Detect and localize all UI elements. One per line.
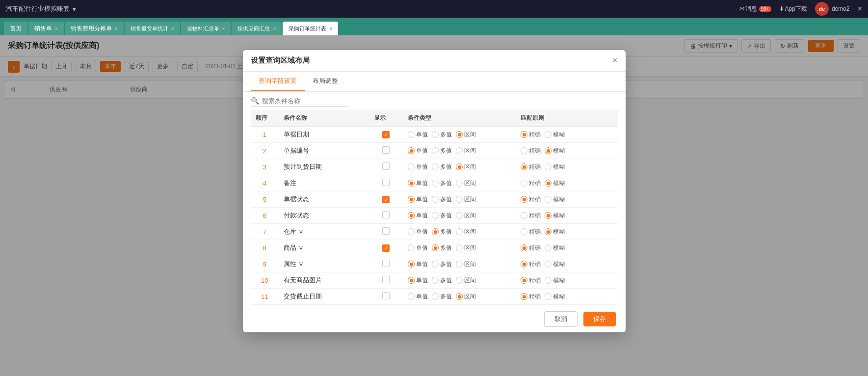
user-area[interactable]: de demo2 bbox=[815, 2, 850, 16]
type-radio-单值[interactable]: 单值 bbox=[408, 293, 428, 301]
cell-show[interactable] bbox=[369, 289, 403, 305]
type-radio-多值[interactable]: 多值 bbox=[432, 228, 452, 236]
match-radio-精确[interactable]: 精确 bbox=[521, 163, 541, 171]
cell-show[interactable]: ✓ bbox=[369, 191, 403, 208]
tab-material-summary-close[interactable]: × bbox=[222, 26, 225, 31]
type-radio-区间[interactable]: 区间 bbox=[456, 163, 476, 171]
show-checkbox[interactable] bbox=[382, 227, 390, 235]
show-checkbox[interactable] bbox=[382, 162, 390, 170]
close-app-button[interactable]: × bbox=[858, 4, 862, 13]
match-radio-精确[interactable]: 精确 bbox=[521, 276, 541, 285]
tab-material-summary[interactable]: 按物料汇总单 × bbox=[181, 22, 231, 35]
modal-tab-layout[interactable]: 布局调整 bbox=[305, 72, 346, 91]
type-radio-多值[interactable]: 多值 bbox=[432, 131, 452, 139]
type-radio-多值[interactable]: 多值 bbox=[432, 276, 452, 285]
cell-show[interactable]: ✓ bbox=[369, 240, 403, 256]
match-radio-精确[interactable]: 精确 bbox=[521, 179, 541, 188]
save-button[interactable]: 保存 bbox=[583, 312, 616, 326]
cancel-button[interactable]: 取消 bbox=[544, 311, 578, 327]
type-radio-区间[interactable]: 区间 bbox=[456, 147, 476, 155]
type-radio-多值[interactable]: 多值 bbox=[432, 293, 452, 301]
dropdown-icon[interactable]: ▾ bbox=[73, 5, 76, 13]
tab-purchase-order-close[interactable]: × bbox=[329, 26, 332, 31]
type-radio-区间[interactable]: 区间 bbox=[456, 195, 476, 204]
match-radio-精确[interactable]: 精确 bbox=[521, 228, 541, 236]
type-radio-单值[interactable]: 单值 bbox=[408, 212, 428, 220]
match-radio-模糊[interactable]: 模糊 bbox=[545, 195, 565, 204]
tab-sales-order[interactable]: 销售单 × bbox=[28, 22, 64, 35]
type-radio-区间[interactable]: 区间 bbox=[456, 179, 476, 188]
type-radio-单值[interactable]: 单值 bbox=[408, 131, 428, 139]
type-radio-区间[interactable]: 区间 bbox=[456, 212, 476, 220]
match-radio-模糊[interactable]: 模糊 bbox=[545, 276, 565, 285]
type-radio-单值[interactable]: 单值 bbox=[408, 244, 428, 252]
show-checkbox[interactable]: ✓ bbox=[382, 131, 390, 138]
match-radio-模糊[interactable]: 模糊 bbox=[545, 228, 565, 236]
type-radio-多值[interactable]: 多值 bbox=[432, 244, 452, 252]
show-checkbox[interactable] bbox=[382, 292, 390, 299]
type-radio-多值[interactable]: 多值 bbox=[432, 195, 452, 204]
match-radio-模糊[interactable]: 模糊 bbox=[545, 179, 565, 188]
match-radio-模糊[interactable]: 模糊 bbox=[545, 147, 565, 155]
show-checkbox[interactable] bbox=[382, 211, 390, 218]
tab-sales-order-close[interactable]: × bbox=[55, 26, 58, 31]
type-radio-单值[interactable]: 单值 bbox=[408, 179, 428, 188]
match-radio-精确[interactable]: 精确 bbox=[521, 131, 541, 139]
type-radio-单值[interactable]: 单值 bbox=[408, 147, 428, 155]
show-checkbox[interactable] bbox=[382, 260, 390, 267]
cell-show[interactable] bbox=[369, 272, 403, 289]
show-checkbox[interactable] bbox=[382, 146, 390, 154]
type-radio-多值[interactable]: 多值 bbox=[432, 147, 452, 155]
match-radio-模糊[interactable]: 模糊 bbox=[545, 260, 565, 269]
cell-show[interactable]: ✓ bbox=[369, 127, 403, 143]
type-radio-区间[interactable]: 区间 bbox=[456, 260, 476, 269]
match-radio-精确[interactable]: 精确 bbox=[521, 244, 541, 252]
type-radio-单值[interactable]: 单值 bbox=[408, 260, 428, 269]
match-radio-精确[interactable]: 精确 bbox=[521, 147, 541, 155]
type-radio-多值[interactable]: 多值 bbox=[432, 163, 452, 171]
cell-show[interactable] bbox=[369, 256, 403, 272]
show-checkbox[interactable]: ✓ bbox=[382, 196, 390, 203]
type-radio-区间[interactable]: 区间 bbox=[456, 244, 476, 252]
type-radio-单值[interactable]: 单值 bbox=[408, 276, 428, 285]
tab-home[interactable]: 首页 bbox=[4, 22, 27, 35]
modal-tab-query-fields[interactable]: 查询字段设置 bbox=[251, 72, 305, 91]
show-checkbox[interactable] bbox=[382, 179, 390, 186]
type-radio-单值[interactable]: 单值 bbox=[408, 228, 428, 236]
type-radio-单值[interactable]: 单值 bbox=[408, 195, 428, 204]
type-radio-区间[interactable]: 区间 bbox=[456, 228, 476, 236]
match-radio-模糊[interactable]: 模糊 bbox=[545, 212, 565, 220]
match-radio-精确[interactable]: 精确 bbox=[521, 212, 541, 220]
messages-btn[interactable]: ✉ 消息 99+ bbox=[739, 5, 771, 13]
tab-purchase-order[interactable]: 采购订单统计表 × bbox=[283, 22, 338, 35]
type-radio-多值[interactable]: 多值 bbox=[432, 260, 452, 269]
type-radio-区间[interactable]: 区间 bbox=[456, 276, 476, 285]
match-radio-模糊[interactable]: 模糊 bbox=[545, 163, 565, 171]
match-radio-精确[interactable]: 精确 bbox=[521, 195, 541, 204]
tab-sales-expense-close[interactable]: × bbox=[115, 26, 118, 31]
search-input[interactable] bbox=[262, 97, 341, 105]
show-checkbox[interactable]: ✓ bbox=[382, 244, 390, 252]
cell-show[interactable] bbox=[369, 159, 403, 175]
tab-sales-expense[interactable]: 销售费用分摊单 × bbox=[65, 22, 124, 35]
tab-supplier-summary-close[interactable]: × bbox=[273, 26, 276, 31]
cell-show[interactable] bbox=[369, 175, 403, 191]
tab-sales-return-close[interactable]: × bbox=[171, 26, 174, 31]
app-download-btn[interactable]: ⬇ App下载 bbox=[779, 5, 807, 13]
type-radio-区间[interactable]: 区间 bbox=[456, 293, 476, 301]
tab-sales-return[interactable]: 销售退货单统计 × bbox=[125, 22, 180, 35]
cell-show[interactable] bbox=[369, 143, 403, 159]
type-radio-多值[interactable]: 多值 bbox=[432, 179, 452, 188]
type-radio-区间[interactable]: 区间 bbox=[456, 131, 476, 139]
cell-show[interactable] bbox=[369, 208, 403, 224]
match-radio-模糊[interactable]: 模糊 bbox=[545, 293, 565, 301]
tab-supplier-summary[interactable]: 按供应商汇总 × bbox=[232, 22, 282, 35]
match-radio-模糊[interactable]: 模糊 bbox=[545, 131, 565, 139]
show-checkbox[interactable] bbox=[382, 276, 390, 283]
match-radio-精确[interactable]: 精确 bbox=[521, 293, 541, 301]
match-radio-模糊[interactable]: 模糊 bbox=[545, 244, 565, 252]
cell-show[interactable] bbox=[369, 224, 403, 240]
modal-close-button[interactable]: × bbox=[612, 55, 618, 66]
type-radio-多值[interactable]: 多值 bbox=[432, 212, 452, 220]
type-radio-单值[interactable]: 单值 bbox=[408, 163, 428, 171]
